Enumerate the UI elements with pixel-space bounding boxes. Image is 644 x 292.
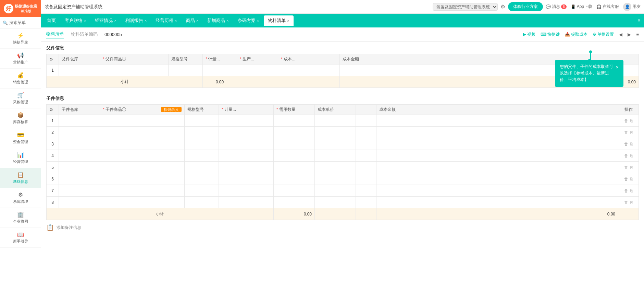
delete-icon[interactable]: 🗑 <box>624 165 628 170</box>
nav-prev-icon[interactable]: ◀ <box>619 32 622 37</box>
child-product-cell[interactable] <box>100 173 158 185</box>
tab-home[interactable]: 首页 <box>43 15 60 26</box>
delete-icon[interactable]: 🗑 <box>624 177 628 182</box>
online-service-item[interactable]: 🎧 在线客服 <box>596 4 619 10</box>
tab-close-icon[interactable]: × <box>226 19 228 23</box>
child-product-cell[interactable] <box>100 185 158 197</box>
child-unit-cost-cell[interactable] <box>315 173 356 185</box>
copy-icon[interactable]: ⎘ <box>630 188 633 193</box>
user-item[interactable]: 👤 用友 <box>623 3 641 11</box>
close-all-tabs[interactable]: × <box>636 17 642 24</box>
child-product-cell[interactable] <box>100 197 158 208</box>
child-warehouse-cell[interactable] <box>59 185 100 197</box>
child-product-cell[interactable] <box>100 127 158 138</box>
tab-barcode[interactable]: 条码方案 × <box>234 15 263 26</box>
tab-operations[interactable]: 经营情况 × <box>91 15 120 26</box>
child-unit-cost-cell[interactable] <box>315 127 356 138</box>
copy-icon[interactable]: ⎘ <box>630 130 633 135</box>
settings-icon[interactable]: ⚙ <box>500 3 505 10</box>
sidebar-item-inventory[interactable]: 📦 库存核算 <box>0 108 41 128</box>
tab-bom[interactable]: 物料清单 × <box>264 15 293 26</box>
child-quantity-cell[interactable] <box>274 185 315 197</box>
grid-view-icon[interactable]: ≡ <box>636 32 639 37</box>
child-spec-cell[interactable] <box>185 115 219 127</box>
child-unit-cost-cell[interactable] <box>315 162 356 173</box>
child-spec-cell[interactable] <box>185 185 219 197</box>
trial-button[interactable]: 体验行业方案 <box>508 2 543 11</box>
child-quantity-cell[interactable] <box>274 173 315 185</box>
child-spec-cell[interactable] <box>185 150 219 162</box>
parent-warehouse-cell[interactable] <box>59 65 100 76</box>
child-spec-cell[interactable] <box>185 173 219 185</box>
delete-icon[interactable]: 🗑 <box>624 200 628 205</box>
parent-product-cell[interactable] <box>100 65 169 76</box>
parent-spec-cell[interactable] <box>169 65 203 76</box>
delete-icon[interactable]: 🗑 <box>624 118 628 123</box>
system-select[interactable]: 装备及固定资产辅助管理系统 <box>433 3 498 11</box>
tab-close-icon[interactable]: × <box>145 19 147 23</box>
child-unit-cell[interactable] <box>219 138 253 150</box>
copy-icon[interactable]: ⎘ <box>630 118 633 123</box>
child-unit-cost-cell[interactable] <box>315 150 356 162</box>
sidebar-item-operations[interactable]: 📊 经营管理 <box>0 148 41 168</box>
child-warehouse-cell[interactable] <box>59 162 100 173</box>
delete-icon[interactable]: 🗑 <box>624 153 628 158</box>
tab-product[interactable]: 商品 × <box>182 15 202 26</box>
footer-text[interactable]: 添加备注信息 <box>57 225 81 231</box>
sidebar-item-purchase[interactable]: 🛒 采购管理 <box>0 89 41 108</box>
child-product-cell[interactable] <box>100 162 158 173</box>
child-unit-cost-cell[interactable] <box>315 185 356 197</box>
search-menu[interactable]: 🔍 搜索菜单 <box>0 17 41 29</box>
tab-close-icon[interactable]: × <box>114 19 116 23</box>
nav-next-icon[interactable]: ▶ <box>628 32 631 37</box>
child-quantity-cell[interactable] <box>274 197 315 208</box>
delete-icon[interactable]: 🗑 <box>624 130 628 135</box>
copy-icon[interactable]: ⎘ <box>630 165 633 170</box>
child-spec-cell[interactable] <box>185 162 219 173</box>
copy-icon[interactable]: ⎘ <box>630 153 633 158</box>
tab-customer[interactable]: 客户联络 × <box>61 15 90 26</box>
child-product-cell[interactable] <box>100 150 158 162</box>
child-unit-cell[interactable] <box>219 150 253 162</box>
child-product-cell[interactable] <box>100 138 158 150</box>
child-unit-cost-cell[interactable] <box>315 138 356 150</box>
child-warehouse-cell[interactable] <box>59 173 100 185</box>
child-warehouse-cell[interactable] <box>59 115 100 127</box>
parent-production-cell[interactable] <box>237 65 278 76</box>
child-warehouse-cell[interactable] <box>59 127 100 138</box>
copy-icon[interactable]: ⎘ <box>630 142 633 147</box>
child-quantity-cell[interactable] <box>274 150 315 162</box>
child-unit-cell[interactable] <box>219 185 253 197</box>
sidebar-item-basic-info[interactable]: 📋 基础信息 <box>0 168 41 188</box>
tab-close-icon[interactable]: × <box>196 19 198 23</box>
tab-close-icon[interactable]: × <box>175 19 177 23</box>
parent-cost-cell[interactable] <box>278 65 319 76</box>
child-unit-cell[interactable] <box>219 162 253 173</box>
child-unit-cell[interactable] <box>219 127 253 138</box>
delete-icon[interactable]: 🗑 <box>624 142 628 147</box>
child-quantity-cell[interactable] <box>274 162 315 173</box>
parent-unit-cell[interactable] <box>203 65 237 76</box>
child-quantity-cell[interactable] <box>274 138 315 150</box>
single-settings-btn[interactable]: ⚙ 单据设置 <box>593 32 614 37</box>
tab-close-icon[interactable]: × <box>257 19 259 23</box>
child-unit-cost-cell[interactable] <box>315 115 356 127</box>
child-warehouse-cell[interactable] <box>59 150 100 162</box>
sidebar-item-sales[interactable]: 💰 销售管理 <box>0 69 41 89</box>
sidebar-item-system[interactable]: ⚙ 系统管理 <box>0 188 41 208</box>
tooltip-close-btn[interactable]: × <box>616 63 619 71</box>
tab-history[interactable]: 经营历程 × <box>151 15 181 26</box>
child-warehouse-cell[interactable] <box>59 197 100 208</box>
message-icon-item[interactable]: 💬 消息 6 <box>546 4 567 10</box>
child-spec-cell[interactable] <box>185 138 219 150</box>
tab-profit[interactable]: 利润报告 × <box>121 15 151 26</box>
tab-close-icon[interactable]: × <box>287 19 289 23</box>
child-spec-cell[interactable] <box>185 127 219 138</box>
tab-new-product[interactable]: 新增商品 × <box>203 15 233 26</box>
child-unit-cell[interactable] <box>219 173 253 185</box>
sidebar-item-finance[interactable]: 💳 资金管理 <box>0 128 41 148</box>
scan-btn[interactable]: 扫码录入 <box>161 107 182 112</box>
child-quantity-cell[interactable] <box>274 127 315 138</box>
sidebar-item-enterprise[interactable]: 🏢 企业协同 <box>0 208 41 228</box>
child-unit-cost-cell[interactable] <box>315 197 356 208</box>
